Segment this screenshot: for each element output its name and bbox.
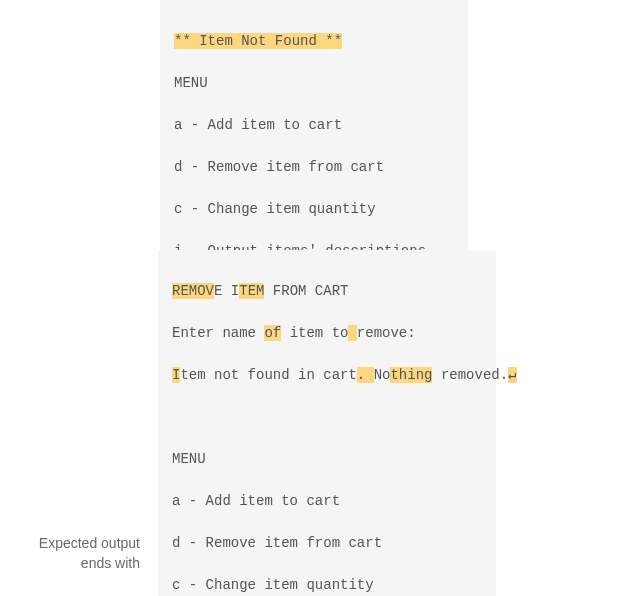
label-line-1: Expected output xyxy=(0,534,140,554)
label-line-2: ends with xyxy=(0,554,140,574)
not-found-line: Item not found in cart. Nothing removed.… xyxy=(172,365,482,386)
t2d xyxy=(348,325,356,341)
t3c: . xyxy=(357,367,374,383)
t1d: FROM CART xyxy=(264,283,348,299)
header-line: ** Item Not Found ** xyxy=(174,31,454,52)
t3g: ↵ xyxy=(508,367,516,383)
header-text: Item Not Found xyxy=(191,33,325,49)
remove-title-line: REMOVE ITEM FROM CART xyxy=(172,281,482,302)
expected-output-label: Expected output ends with xyxy=(0,534,158,573)
t2e: remove xyxy=(357,325,407,341)
t1b: E I xyxy=(214,283,239,299)
menu-item-a: a - Add item to cart xyxy=(172,491,482,512)
menu-item-d: d - Remove item from cart xyxy=(174,157,454,178)
header-stars-2: ** xyxy=(325,33,342,49)
menu-title: MENU xyxy=(174,73,454,94)
box2-wrapper: Expected output ends with REMOVE ITEM FR… xyxy=(0,250,496,596)
header-stars-1: ** xyxy=(174,33,191,49)
menu-item-a: a - Add item to cart xyxy=(174,115,454,136)
menu-item-c: c - Change item quantity xyxy=(174,199,454,220)
menu-item-d: d - Remove item from cart xyxy=(172,533,482,554)
t2a: Enter name xyxy=(172,325,264,341)
t3d: No xyxy=(374,367,391,383)
blank-line xyxy=(172,407,482,428)
t2b: of xyxy=(264,325,281,341)
t3b: tem not found in cart xyxy=(180,367,356,383)
menu-item-c: c - Change item quantity xyxy=(172,575,482,596)
enter-name-line: Enter name of item to remove: xyxy=(172,323,482,344)
menu-title: MENU xyxy=(172,449,482,470)
t2c: item to xyxy=(281,325,348,341)
t2f: : xyxy=(407,325,415,341)
t3e: thing xyxy=(390,367,432,383)
t1c: TEM xyxy=(239,283,264,299)
output-box-2: REMOVE ITEM FROM CART Enter name of item… xyxy=(158,250,496,596)
t1a: REMOV xyxy=(172,283,214,299)
t3f: removed. xyxy=(432,367,508,383)
